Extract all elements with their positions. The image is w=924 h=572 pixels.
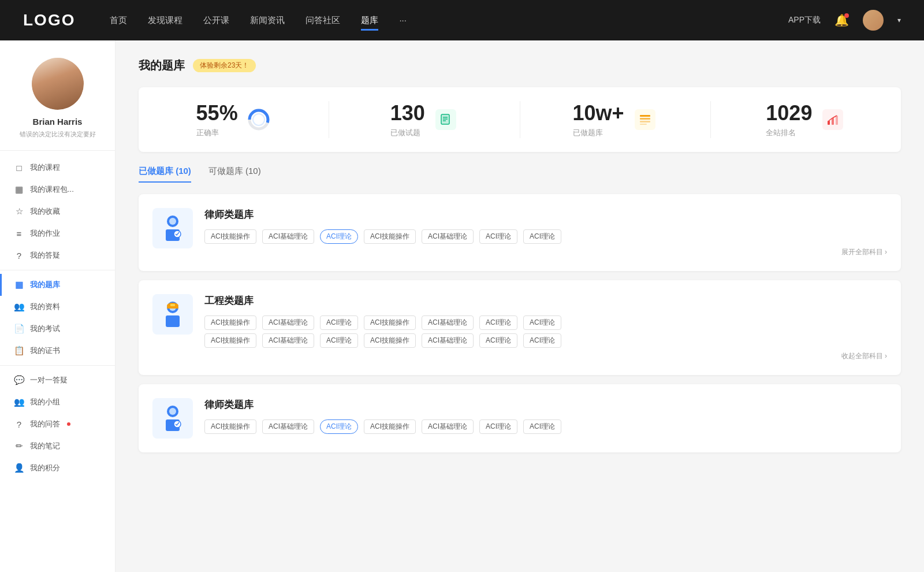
eng-tag-7[interactable]: ACI技能操作: [204, 333, 256, 348]
eng-tag-1[interactable]: ACI基础理论: [262, 315, 314, 330]
done-questions-label: 已做试题: [390, 128, 425, 138]
rank-label: 全站排名: [766, 128, 812, 138]
nav-open-course[interactable]: 公开课: [203, 15, 229, 26]
notification-bell[interactable]: 🔔: [834, 13, 849, 27]
qbank-icon-engineer: [152, 294, 193, 335]
sidebar-label-my-questions: 我的问答: [30, 419, 60, 429]
favorites-icon: ☆: [14, 206, 24, 217]
eng-tag-3[interactable]: ACI技能操作: [364, 315, 416, 330]
l2-tag-1[interactable]: ACI基础理论: [262, 419, 314, 434]
sidebar-label-my-qbank: 我的题库: [30, 280, 60, 290]
l2-tag-2[interactable]: ACI理论: [320, 419, 358, 434]
sidebar-item-my-packages[interactable]: ▦ 我的课程包...: [0, 179, 115, 200]
qbank-content-lawyer-1: 律师类题库 ACI技能操作 ACI基础理论 ACI理论 ACI技能操作 ACI基…: [204, 208, 887, 257]
sidebar-item-my-qbank[interactable]: ▦ 我的题库: [0, 274, 115, 296]
done-questions-value: 130: [390, 101, 425, 125]
questions-notification-dot: [67, 422, 70, 426]
one-on-one-icon: 💬: [14, 375, 24, 385]
sidebar-item-one-on-one[interactable]: 💬 一对一答疑: [0, 369, 115, 391]
nav-more[interactable]: ···: [399, 15, 407, 26]
tag-2[interactable]: ACI理论: [320, 229, 358, 244]
lawyer-icon-svg-1: [159, 213, 187, 243]
sidebar-item-my-qa[interactable]: ? 我的答疑: [0, 244, 115, 266]
eng-tag-9[interactable]: ACI理论: [320, 333, 358, 348]
pie-chart-svg: [246, 107, 271, 132]
done-banks-value: 10w+: [573, 101, 624, 125]
svg-point-27: [169, 408, 176, 415]
notification-dot: [844, 13, 849, 18]
stat-rank: 1029 全站排名: [711, 101, 901, 138]
eng-tag-2[interactable]: ACI理论: [320, 315, 358, 330]
done-banks-label: 已做题库: [573, 128, 624, 138]
l2-tag-6[interactable]: ACI理论: [523, 419, 561, 434]
qbank-title-engineer: 工程类题库: [204, 294, 887, 307]
sidebar-item-my-homework[interactable]: ≡ 我的作业: [0, 222, 115, 244]
eng-tag-12[interactable]: ACI理论: [479, 333, 517, 348]
eng-tag-8[interactable]: ACI基础理论: [262, 333, 314, 348]
notes-icon: ✏: [14, 441, 24, 451]
profile-avatar: [32, 58, 84, 110]
svg-rect-11: [640, 124, 647, 125]
sidebar-item-my-points[interactable]: 👤 我的积分: [0, 457, 115, 479]
group-icon: 👥: [14, 397, 24, 407]
nav-qa[interactable]: 问答社区: [305, 15, 340, 26]
eng-tag-13[interactable]: ACI理论: [523, 333, 561, 348]
avatar[interactable]: [863, 10, 884, 31]
main-content: 我的题库 体验剩余23天！ 55% 正确率: [116, 40, 924, 572]
eng-tag-6[interactable]: ACI理论: [523, 315, 561, 330]
qbank-content-lawyer-2: 律师类题库 ACI技能操作 ACI基础理论 ACI理论 ACI技能操作 ACI基…: [204, 398, 887, 437]
user-dropdown-arrow[interactable]: ▾: [897, 16, 901, 24]
sidebar-label-my-exam: 我的考试: [30, 324, 60, 334]
l2-tag-0[interactable]: ACI技能操作: [204, 419, 256, 434]
tag-6[interactable]: ACI理论: [523, 229, 561, 244]
chart-svg: [826, 113, 840, 127]
sidebar-item-my-favorites[interactable]: ☆ 我的收藏: [0, 200, 115, 222]
l2-tag-4[interactable]: ACI基础理论: [422, 419, 474, 434]
sidebar-label-my-notes: 我的笔记: [30, 441, 60, 451]
eng-tag-4[interactable]: ACI基础理论: [422, 315, 474, 330]
accuracy-icon: [246, 107, 271, 132]
sidebar-item-my-courses[interactable]: □ 我的课程: [0, 157, 115, 179]
nav-qbank[interactable]: 题库: [361, 15, 378, 26]
sidebar-label-my-points: 我的积分: [30, 463, 60, 473]
sidebar-label-my-courses: 我的课程: [30, 162, 60, 173]
tag-1[interactable]: ACI基础理论: [262, 229, 314, 244]
qbank-card-lawyer-1: 律师类题库 ACI技能操作 ACI基础理论 ACI理论 ACI技能操作 ACI基…: [139, 194, 901, 271]
eng-tag-0[interactable]: ACI技能操作: [204, 315, 256, 330]
app-download[interactable]: APP下载: [788, 15, 821, 25]
notes-svg: [439, 113, 453, 127]
eng-tag-5[interactable]: ACI理论: [479, 315, 517, 330]
expand-engineer[interactable]: 收起全部科目 ›: [204, 351, 887, 361]
expand-lawyer-1[interactable]: 展开全部科目 ›: [204, 247, 887, 257]
qbank-content-engineer: 工程类题库 ACI技能操作 ACI基础理论 ACI理论 ACI技能操作 ACI基…: [204, 294, 887, 361]
tab-done[interactable]: 已做题库 (10): [139, 166, 191, 183]
svg-point-17: [169, 218, 176, 225]
sidebar-item-my-notes[interactable]: ✏ 我的笔记: [0, 435, 115, 457]
tag-4[interactable]: ACI基础理论: [422, 229, 474, 244]
cert-icon: 📋: [14, 346, 24, 356]
notes-icon-box: [435, 109, 456, 130]
nav-home[interactable]: 首页: [110, 15, 127, 26]
tabs: 已做题库 (10) 可做题库 (10): [139, 166, 901, 183]
sidebar-item-my-group[interactable]: 👥 我的小组: [0, 391, 115, 413]
l2-tag-5[interactable]: ACI理论: [479, 419, 517, 434]
tag-0[interactable]: ACI技能操作: [204, 229, 256, 244]
sidebar-label-my-profile: 我的资料: [30, 302, 60, 312]
sidebar-item-my-questions[interactable]: ? 我的问答: [0, 413, 115, 435]
tag-3[interactable]: ACI技能操作: [364, 229, 416, 244]
tab-todo[interactable]: 可做题库 (10): [208, 166, 261, 183]
accuracy-label: 正确率: [196, 128, 238, 138]
nav-news[interactable]: 新闻资讯: [250, 15, 285, 26]
sidebar-item-my-exam[interactable]: 📄 我的考试: [0, 318, 115, 340]
sidebar-profile: Brian Harris 错误的决定比没有决定要好: [0, 58, 115, 151]
tag-5[interactable]: ACI理论: [479, 229, 517, 244]
nav-discover[interactable]: 发现课程: [148, 15, 182, 26]
sidebar-item-my-profile[interactable]: 👥 我的资料: [0, 296, 115, 318]
l2-tag-3[interactable]: ACI技能操作: [364, 419, 416, 434]
svg-rect-8: [640, 115, 650, 117]
page-header: 我的题库 体验剩余23天！: [139, 58, 901, 73]
eng-tag-10[interactable]: ACI技能操作: [364, 333, 416, 348]
eng-tag-11[interactable]: ACI基础理论: [422, 333, 474, 348]
sidebar-item-my-cert[interactable]: 📋 我的证书: [0, 340, 115, 362]
lawyer-icon-svg-2: [159, 403, 187, 433]
